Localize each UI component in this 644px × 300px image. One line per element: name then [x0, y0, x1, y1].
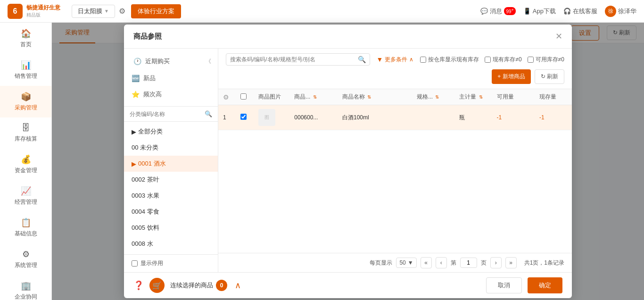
enterprise-icon: 🏢 — [21, 281, 31, 291]
show-disabled-label[interactable]: 显示停用 — [140, 259, 163, 267]
th-product-code[interactable]: 商品... ⇅ — [289, 89, 338, 105]
product-search-input[interactable] — [230, 56, 356, 63]
row-checkbox[interactable] — [240, 114, 247, 120]
collapse-footer-button[interactable]: ∧ — [235, 280, 241, 291]
logo-icon: 6 — [8, 4, 23, 19]
user-nav-item[interactable]: 徐 徐泽华 — [605, 6, 636, 17]
row-spec — [412, 105, 454, 130]
nav-right: 💬 消息 99+ 📱 App下载 🎧 在线客服 徐 徐泽华 — [480, 6, 636, 17]
sidebar-item-finance[interactable]: 💰 资金管理 — [0, 149, 51, 180]
modal-close-button[interactable]: ✕ — [555, 31, 562, 42]
selected-info: 连续选择的商品 0 — [170, 280, 227, 291]
row-stock: -1 — [535, 105, 572, 130]
page-number-input[interactable] — [460, 258, 477, 268]
sidebar-label: 企业协同 — [15, 293, 37, 300]
sidebar-label: 库存核算 — [15, 135, 37, 143]
category-search-icon[interactable]: 🔍 — [205, 110, 212, 117]
warehouse-filter-checkbox[interactable] — [420, 57, 426, 63]
confirm-button[interactable]: 确定 — [528, 277, 562, 293]
logo-text: 畅捷通好生意 精品版 — [26, 4, 60, 18]
cat-item-all[interactable]: ▶ 全部分类 — [124, 124, 218, 140]
cat-item-0008[interactable]: 0008 水 — [124, 236, 218, 252]
page-next-button[interactable]: › — [490, 257, 502, 268]
th-checkbox — [236, 89, 253, 105]
cat-item-0004[interactable]: 0004 零食 — [124, 204, 218, 220]
add-product-button[interactable]: + 新增商品 — [492, 69, 530, 84]
online-service-nav-item[interactable]: 🎧 在线客服 — [563, 7, 597, 16]
gear-icon[interactable]: ⚙ — [119, 7, 125, 16]
select-arrow-icon: ▼ — [408, 259, 413, 266]
page-last-button[interactable]: » — [505, 257, 517, 268]
main-layout: 🏠 首页 📊 销售管理 📦 采购管理 🗄 库存核算 💰 资金管理 📈 经营管理 … — [0, 23, 644, 300]
cat-item-00[interactable]: 00 未分类 — [124, 140, 218, 156]
quick-link-new[interactable]: 🆕 新品 — [124, 70, 218, 86]
cat-item-0001[interactable]: ▶ 0001 酒水 — [124, 156, 218, 172]
cancel-button[interactable]: 取消 — [486, 277, 522, 293]
cat-item-0003[interactable]: 0003 水果 — [124, 188, 218, 204]
page-first-button[interactable]: « — [421, 257, 432, 268]
product-search-input-wrap: 🔍 — [226, 53, 370, 66]
table-row[interactable]: 1 图 000600... 白酒100ml — [218, 105, 572, 130]
modal-refresh-button[interactable]: ↻ 刷新 — [535, 69, 564, 84]
sidebar-item-basic-info[interactable]: 📋 基础信息 — [0, 212, 51, 243]
th-product-name[interactable]: 商品名称 ⇅ — [338, 89, 412, 105]
table-settings-button[interactable]: ⚙ — [223, 93, 229, 101]
row-img-cell: 图 — [254, 105, 290, 130]
product-table-wrap: ⚙ 商品图片 — [218, 89, 572, 253]
sidebar-item-inventory[interactable]: 🗄 库存核算 — [0, 117, 51, 149]
trial-button[interactable]: 体验行业方案 — [131, 4, 181, 18]
sidebar-label: 基础信息 — [15, 230, 37, 238]
product-table: ⚙ 商品图片 — [218, 89, 572, 130]
quick-links: 🕐 近期购买 《 🆕 新品 ⭐ 频次高 — [124, 49, 218, 107]
more-filter-button[interactable]: ▼ 更多条件 ∧ — [374, 54, 417, 66]
nav-selector[interactable]: 日太阳膜 ▼ — [72, 5, 115, 18]
row-name: 白酒100ml — [338, 105, 412, 130]
sidebar-item-system[interactable]: ⚙ 系统管理 — [0, 243, 51, 275]
inventory-icon: 🗄 — [22, 123, 30, 133]
app-download-nav-item[interactable]: 📱 App下载 — [523, 7, 556, 16]
sidebar-item-operations[interactable]: 📈 经营管理 — [0, 180, 51, 212]
footer-action-buttons: 取消 确定 — [486, 277, 562, 293]
select-all-checkbox[interactable] — [240, 93, 247, 100]
cat-item-0002[interactable]: 0002 茶叶 — [124, 172, 218, 188]
show-disabled-checkbox[interactable] — [132, 260, 138, 267]
product-image: 图 — [258, 109, 275, 126]
usable-filter-checkbox[interactable] — [528, 57, 534, 63]
category-search: 🔍 — [124, 107, 218, 122]
th-product-image: 商品图片 — [254, 89, 290, 105]
category-search-input[interactable] — [130, 111, 202, 117]
quick-link-frequent[interactable]: ⭐ 频次高 — [124, 86, 218, 102]
usable-filter-label[interactable]: 可用库存≠0 — [528, 56, 564, 64]
th-available: 可用量 — [492, 89, 535, 105]
collapse-left-button[interactable]: 《 — [203, 56, 214, 67]
help-icon[interactable]: ❓ — [133, 280, 144, 291]
product-reference-modal: 商品参照 ✕ 🕐 近期购买 《 — [124, 25, 572, 298]
page-prev-button[interactable]: ‹ — [436, 257, 447, 268]
th-unit[interactable]: 主计量 ⇅ — [454, 89, 492, 105]
sidebar-label: 采购管理 — [15, 104, 37, 112]
sort-code-icon: ⇅ — [313, 94, 317, 100]
cat-item-0005[interactable]: 0005 饮料 — [124, 220, 218, 236]
available-filter-label[interactable]: 现有库存≠0 — [485, 56, 521, 64]
filter-icon: ▼ — [377, 56, 383, 63]
messages-nav-item[interactable]: 💬 消息 99+ — [480, 7, 515, 16]
warehouse-filter-label[interactable]: 按仓库显示现有库存 — [420, 56, 479, 64]
sidebar-item-sales[interactable]: 📊 销售管理 — [0, 54, 51, 86]
sidebar-item-home[interactable]: 🏠 首页 — [0, 23, 51, 54]
per-page-select[interactable]: 50 ▼ — [396, 258, 416, 268]
sidebar-label: 经营管理 — [15, 198, 37, 206]
sidebar-item-purchase[interactable]: 📦 采购管理 — [0, 86, 51, 117]
message-icon: 💬 — [480, 8, 488, 15]
sort-name-icon: ⇅ — [367, 94, 371, 100]
cart-icon[interactable]: 🛒 — [149, 278, 165, 293]
content-area: 采购管理 查询 设置 ↻ 刷新 商品参照 ✕ — [52, 23, 644, 300]
th-spec[interactable]: 规格... ⇅ — [412, 89, 454, 105]
finance-icon: 💰 — [21, 154, 31, 165]
logo-area: 6 畅捷通好生意 精品版 — [8, 4, 64, 19]
available-filter-checkbox[interactable] — [485, 57, 491, 63]
search-icon[interactable]: 🔍 — [358, 56, 366, 63]
sidebar-item-enterprise[interactable]: 🏢 企业协同 — [0, 275, 51, 300]
quick-link-recent[interactable]: 🕐 近期购买 — [132, 54, 203, 68]
operations-icon: 📈 — [21, 186, 31, 196]
selected-count-badge: 0 — [216, 280, 227, 291]
